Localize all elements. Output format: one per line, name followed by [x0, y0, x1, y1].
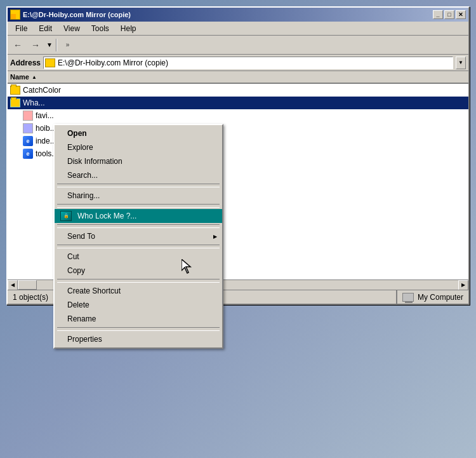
- context-menu-item-delete[interactable]: Delete: [55, 298, 222, 312]
- address-value: E:\@Dr-Hoiby.com Mirror (copie): [58, 58, 451, 67]
- context-menu-separator-3: [57, 224, 220, 228]
- context-menu-item-sharing[interactable]: Sharing...: [55, 189, 222, 203]
- folder-icon: [10, 86, 20, 95]
- context-menu: Open Explore Disk Information Search... …: [53, 124, 223, 349]
- scroll-right-button[interactable]: ▶: [458, 280, 468, 290]
- address-input-container: E:\@Dr-Hoiby.com Mirror (copie): [43, 57, 453, 69]
- titlebar-buttons: _ □ ✕: [433, 10, 466, 19]
- menu-help[interactable]: Help: [116, 23, 142, 34]
- context-menu-item-wholock[interactable]: 🔒 Who Lock Me ?...: [55, 209, 222, 223]
- window-title: E:\@Dr-Hoiby.com Mirror (copie): [23, 11, 131, 18]
- computer-icon: [402, 293, 414, 302]
- ie-icon: e: [23, 136, 33, 146]
- address-label: Address: [10, 58, 41, 67]
- filelist-header: Name ▲: [8, 71, 468, 84]
- context-menu-separator-6: [57, 327, 220, 331]
- file-name: CatchColor: [23, 86, 61, 95]
- wholock-label: Who Lock Me ?...: [77, 212, 136, 220]
- addressbar: Address E:\@Dr-Hoiby.com Mirror (copie) …: [8, 55, 468, 71]
- menu-view[interactable]: View: [58, 23, 85, 34]
- minimize-button[interactable]: _: [433, 10, 443, 19]
- context-menu-item-properties[interactable]: Properties: [55, 332, 222, 346]
- menu-edit[interactable]: Edit: [34, 23, 57, 34]
- column-name-header[interactable]: Name ▲: [10, 73, 137, 81]
- close-button[interactable]: ✕: [456, 10, 466, 19]
- maximize-button[interactable]: □: [444, 10, 454, 19]
- list-item[interactable]: Wha...: [8, 97, 468, 109]
- titlebar: E:\@Dr-Hoiby.com Mirror (copie) _ □ ✕: [8, 8, 468, 22]
- list-item[interactable]: CatchColor: [8, 84, 468, 97]
- context-menu-item-search[interactable]: Search...: [55, 168, 222, 182]
- context-menu-item-copy[interactable]: Copy: [55, 264, 222, 278]
- context-menu-separator-4: [57, 245, 220, 248]
- context-menu-item-open[interactable]: Open: [55, 126, 222, 140]
- context-menu-item-sendto[interactable]: Send To: [55, 229, 222, 243]
- toolbar-separator-1: [56, 39, 57, 51]
- more-options-button[interactable]: »: [60, 38, 75, 52]
- address-dropdown-button[interactable]: ▼: [456, 57, 466, 69]
- forward-icon: →: [31, 40, 40, 50]
- sort-arrow-icon: ▲: [32, 74, 37, 80]
- more-icon: »: [66, 41, 69, 48]
- context-menu-separator-5: [57, 279, 220, 283]
- file-name: favi...: [36, 111, 54, 120]
- context-menu-item-rename[interactable]: Rename: [55, 312, 222, 326]
- computer-label: My Computer: [418, 293, 463, 302]
- context-menu-item-disk-info[interactable]: Disk Information: [55, 154, 222, 168]
- address-folder-icon: [45, 58, 55, 67]
- scroll-left-button[interactable]: ◀: [8, 280, 18, 290]
- scrollbar-thumb[interactable]: [18, 280, 37, 290]
- titlebar-left: E:\@Dr-Hoiby.com Mirror (copie): [10, 10, 131, 20]
- ie-icon: e: [23, 149, 33, 159]
- statusbar-right: My Computer: [397, 293, 468, 302]
- nav-more-button[interactable]: ▼: [46, 38, 53, 52]
- list-item[interactable]: favi...: [8, 109, 468, 122]
- menubar: File Edit View Tools Help: [8, 22, 468, 36]
- back-icon: ←: [13, 40, 22, 50]
- forward-button[interactable]: →: [28, 38, 43, 52]
- wholock-icon-img: 🔒: [60, 211, 72, 221]
- window-icon: [10, 10, 20, 20]
- menu-file[interactable]: File: [10, 23, 32, 34]
- file-icon: [23, 111, 33, 121]
- context-menu-item-cut[interactable]: Cut: [55, 250, 222, 264]
- menu-tools[interactable]: Tools: [86, 23, 114, 34]
- wholock-icon: 🔒: [60, 210, 72, 222]
- folder-icon: [10, 98, 20, 107]
- context-menu-item-explore[interactable]: Explore: [55, 140, 222, 154]
- context-menu-separator-2: [57, 204, 220, 208]
- file-name: Wha...: [23, 98, 45, 107]
- file-icon: [23, 123, 33, 133]
- back-button[interactable]: ←: [10, 38, 25, 52]
- toolbar: ← → ▼ »: [8, 36, 468, 55]
- context-menu-separator-1: [57, 184, 220, 187]
- context-menu-item-shortcut[interactable]: Create Shortcut: [55, 284, 222, 298]
